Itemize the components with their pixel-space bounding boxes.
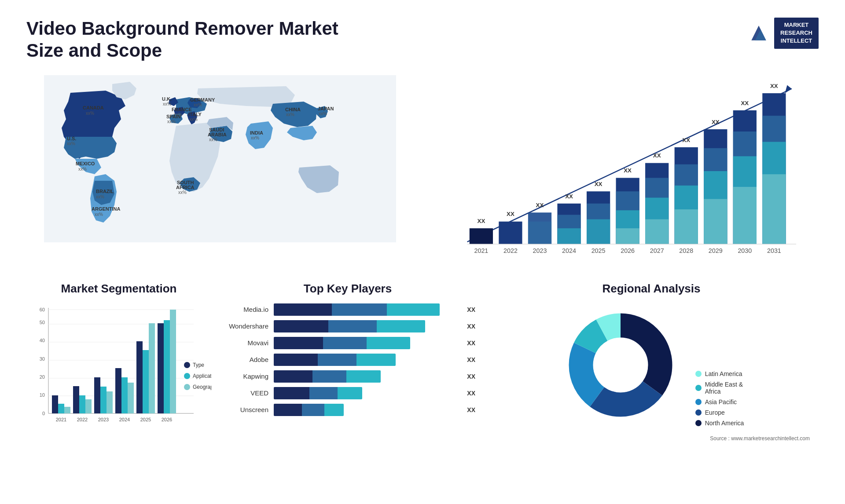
legend-item: Middle East &Africa [695,381,744,395]
legend-dot [695,409,702,416]
player-row: VEED XX [220,387,475,399]
svg-text:2031: 2031 [767,247,781,254]
us-label: U.S. [67,136,76,141]
svg-text:2025: 2025 [592,247,606,254]
brazil-value: xx% [96,194,104,199]
mexico-value: xx% [78,167,87,172]
svg-rect-90 [143,350,149,413]
svg-rect-91 [149,323,155,413]
player-name: VEED [220,389,268,397]
player-bar [274,387,362,399]
svg-point-105 [184,384,190,390]
svg-text:XX: XX [478,218,485,224]
svg-point-112 [593,338,648,392]
svg-text:30: 30 [40,356,45,362]
svg-rect-89 [136,341,143,413]
germany-value: xx% [194,102,202,107]
legend-dot [695,399,702,405]
svg-text:2026: 2026 [162,417,172,422]
donut-chart [559,303,682,427]
player-bar [274,354,396,366]
svg-text:XX: XX [741,99,749,106]
svg-text:2026: 2026 [621,247,635,254]
svg-rect-33 [675,209,698,244]
svg-text:0: 0 [42,411,45,416]
player-row: Kapwing XX [220,370,475,383]
svg-marker-4 [785,85,791,93]
player-bar [274,320,425,332]
china-label: CHINA [285,107,301,112]
svg-rect-28 [645,219,669,244]
spain-label: SPAIN [166,114,181,119]
svg-text:2024: 2024 [119,417,130,422]
mexico-label: MEXICO [76,161,95,166]
player-bar-container [274,303,458,316]
svg-text:XX: XX [624,167,632,174]
svg-rect-81 [79,395,85,413]
world-map: CANADA xx% U.S. xx% MEXICO xx% BRAZIL xx… [26,75,414,242]
legend-dot [695,420,702,426]
legend-label: Europe [705,409,725,416]
player-row: Media.io XX [220,303,475,316]
player-label: XX [467,303,475,316]
germany-label: GERMANY [190,97,215,102]
canada-value: xx% [86,111,94,116]
svg-rect-38 [704,199,727,244]
player-row: Wondershare XX [220,320,475,332]
player-bar [274,303,440,316]
svg-text:40: 40 [40,338,45,343]
player-bar-container [274,370,458,383]
svg-rect-5 [470,228,493,244]
svg-text:Type: Type [193,362,204,368]
svg-rect-82 [85,399,92,413]
svg-text:2028: 2028 [679,247,693,254]
segmentation-title: Market Segmentation [26,282,211,296]
legend-label: Asia Pacific [705,398,737,405]
canada-label: CANADA [83,105,104,110]
saudi-label2: ARABIA [208,132,227,137]
bottom-section: Market Segmentation 0 10 20 30 40 50 60 [26,282,819,467]
svg-rect-7 [499,222,522,244]
player-name: Unscreen [220,406,268,413]
svg-text:2024: 2024 [562,247,576,254]
segmentation-area: Market Segmentation 0 10 20 30 40 50 60 [26,282,211,467]
legend-item: Latin America [695,370,744,377]
legend-item: Europe [695,409,744,416]
svg-rect-10 [528,222,551,244]
player-name: Adobe [220,356,268,363]
regional-legend: Latin America Middle East &Africa Asia P… [695,370,744,427]
svg-point-101 [184,362,190,368]
svg-text:XX: XX [565,193,573,199]
player-label: XX [467,370,475,383]
top-section: CANADA xx% U.S. xx% MEXICO xx% BRAZIL xx… [26,75,819,264]
key-players-title: Top Key Players [220,282,475,296]
legend-label: North America [705,420,744,427]
svg-text:2022: 2022 [503,247,518,254]
svg-rect-23 [616,228,639,244]
segmentation-chart: 0 10 20 30 40 50 60 [26,303,211,440]
svg-text:Geography: Geography [193,384,211,390]
logo-text: MARKET RESEARCH INTELLECT [774,18,819,49]
uk-value: xx% [163,102,171,106]
player-bar [274,370,381,383]
svg-text:XX: XX [595,181,603,187]
svg-rect-79 [64,407,70,413]
svg-text:2025: 2025 [140,417,151,422]
svg-rect-87 [121,377,128,413]
legend-dot [695,371,702,377]
svg-text:2023: 2023 [98,417,109,422]
player-row: Movavi XX [220,337,475,349]
svg-rect-43 [733,187,757,244]
india-value: xx% [251,135,259,140]
bar-chart-area: XX XX XX XX XX [431,75,819,264]
player-bar-container [274,337,458,349]
regional-area: Regional Analysis [484,282,819,467]
svg-text:50: 50 [40,320,45,325]
player-label: XX [467,337,475,349]
player-name: Movavi [220,339,268,347]
regional-title: Regional Analysis [484,282,819,296]
header: Video Background Remover Market Size and… [26,18,819,62]
player-bar-container [274,404,458,416]
italy-label: ITALY [188,112,202,117]
source-text: Source : www.marketresearchintellect.com [484,435,819,442]
